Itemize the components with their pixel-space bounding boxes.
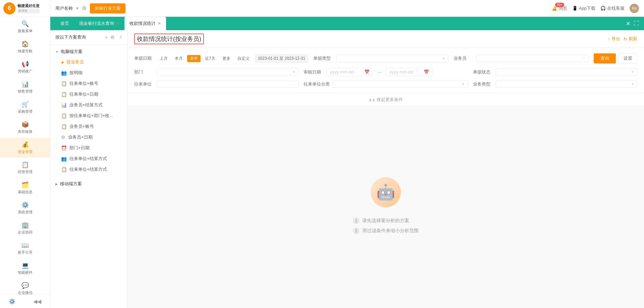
collapse-sidebar-icon[interactable]: ◀◀ xyxy=(33,298,41,305)
collapse-bar[interactable]: ∧∧ 收起更多条件 xyxy=(127,93,644,106)
scheme-item-salesman[interactable]: ● 按业务员 xyxy=(50,57,127,67)
salesman-select[interactable]: ··· xyxy=(476,55,589,62)
topbar-dropdown-icon[interactable]: ▾ xyxy=(76,6,78,11)
scheme-dept-date-icon: ⏰ xyxy=(61,145,67,151)
sidebar-item-search[interactable]: 🔍 搜索菜单 xyxy=(0,17,50,37)
gear-icon: ⚙️ xyxy=(21,201,29,209)
settings-button[interactable]: 设置 xyxy=(619,53,637,64)
sidebar-item-label: 智能硬件 xyxy=(18,270,33,275)
dept-select[interactable]: ▾ xyxy=(157,68,299,76)
sidebar-item-stock[interactable]: 📦 库存核算 xyxy=(0,117,50,138)
date-tab-custom[interactable]: 自定义 xyxy=(235,55,252,62)
mobile-scheme-group-title[interactable]: ▶ 移动端方案 xyxy=(50,179,127,189)
voucher-type-select[interactable]: ▾ xyxy=(336,55,448,62)
sidebar-item-basic[interactable]: 🗂️ 基础信息 xyxy=(0,178,50,198)
collapse-panel-icon[interactable]: 《 xyxy=(117,34,122,40)
scheme-item-unit-dept[interactable]: 📋 按往来单位+部门+收... xyxy=(50,110,127,121)
sidebar-item-wechat[interactable]: 💬 企业微信 xyxy=(0,278,50,295)
scheme-salesman-label: 按业务员 xyxy=(66,59,84,65)
tab-bank[interactable]: 现金银行流水查询 ✕ xyxy=(74,17,124,30)
sidebar-item-corp[interactable]: 🏢 企业协同 xyxy=(0,218,50,238)
biz-type-select[interactable]: ▾ xyxy=(496,80,637,88)
counterpart-type-select[interactable]: ▾ xyxy=(332,80,468,88)
scheme-settings-icon[interactable]: ⚙ xyxy=(110,35,115,40)
mobile-scheme-group: ▶ 移动端方案 xyxy=(50,177,127,191)
filter-biz-type-item: 业务类型 ▾ xyxy=(473,80,637,88)
topbar-online-service[interactable]: 🎧 在线客服 xyxy=(600,5,625,11)
sidebar-item-hardware[interactable]: 💻 智能硬件 xyxy=(0,258,50,278)
pc-scheme-group-title[interactable]: ▼ 电脑端方案 xyxy=(50,47,127,57)
topbar-app-download[interactable]: 📱 App下载 xyxy=(572,5,595,11)
collapse-label: 收起更多条件 xyxy=(377,97,403,103)
settings-footer-icon[interactable]: ⚙️ xyxy=(9,298,15,305)
sidebar-item-guide[interactable]: 📖 新手引导 xyxy=(0,238,50,258)
topbar-messages[interactable]: 🔔 消息 99+ xyxy=(552,5,567,11)
scheme-item-detail[interactable]: 👥 按明细 xyxy=(50,67,127,78)
filter-salesman-item: 业务员 ··· xyxy=(453,55,589,62)
export-button[interactable]: ↑ 导出 xyxy=(608,36,621,42)
review-date-from[interactable]: yyyy-mm-dd 📅 xyxy=(326,68,373,76)
home-icon: 🏠 xyxy=(21,40,29,48)
topbar-avatar[interactable]: Rit xyxy=(630,4,639,13)
scheme-item-salesman-settle[interactable]: 📊 业务员+结算方式 xyxy=(50,100,127,110)
sidebar-nav: 🔍 搜索菜单 🏠 快捷导航 📢 营销推广 📊 销售管理 🛒 采购管理 📦 库存核… xyxy=(0,17,50,295)
pc-scheme-group: ▼ 电脑端方案 ● 按业务员 👥 按明细 📋 往来单位+账号 📋 往来 xyxy=(50,45,127,177)
tab-close-all-button[interactable]: ✕ xyxy=(626,20,630,27)
filter-counterpart-type-item: 往来单位分类 ▾ xyxy=(304,80,468,88)
sidebar-item-sales[interactable]: 📊 销售管理 xyxy=(0,77,50,97)
refresh-button[interactable]: ↻ 刷新 xyxy=(624,36,637,42)
voucher-status-select[interactable]: ▾ xyxy=(496,68,637,76)
date-tab-last7[interactable]: 近7天 xyxy=(202,55,218,62)
date-tab-last-month[interactable]: 上月 xyxy=(157,55,170,62)
tab-receipt[interactable]: 收款情况统计 ✕ xyxy=(124,17,166,30)
review-date-to[interactable]: yyyy-mm-dd 📅 xyxy=(386,68,433,76)
scheme-unit-settle2-icon: 📋 xyxy=(61,167,67,172)
tab-expand-button[interactable]: ⛶ xyxy=(634,20,639,27)
date-tab-this-year[interactable]: 本年 xyxy=(187,55,201,62)
query-button[interactable]: 查询 xyxy=(594,53,616,63)
review-date-to-text: yyyy-mm-dd xyxy=(389,69,422,74)
salesman-label: 业务员 xyxy=(453,55,474,61)
sidebar: 6 畅捷通好生意 标准版 🔍 搜索菜单 🏠 快捷导航 📢 营销推广 📊 销售管理… xyxy=(0,0,50,308)
calendar-from-icon: 📅 xyxy=(364,69,370,74)
tab-receipt-close[interactable]: ✕ xyxy=(158,21,161,26)
scheme-item-salesman-account[interactable]: 📋 业务员+账号 xyxy=(50,121,127,132)
tab-home[interactable]: 首页 xyxy=(55,17,74,30)
dept-label: 部门 xyxy=(134,69,154,75)
sidebar-item-quicknav[interactable]: 🏠 快捷导航 xyxy=(0,37,50,57)
scheme-item-unit-date[interactable]: 📋 往来单位+日期 xyxy=(50,89,127,100)
topbar-cta-button[interactable]: 体验行业方案 xyxy=(90,3,125,13)
right-content: 收款情况统计(按业务员) ↑ 导出 ↻ 刷新 xyxy=(127,30,644,308)
scheme-item-unit-settle1[interactable]: 👥 往来单位+结算方式 xyxy=(50,153,127,164)
refresh-icon: ↻ xyxy=(624,37,627,42)
sidebar-item-purchase[interactable]: 🛒 采购管理 xyxy=(0,97,50,117)
sidebar-item-marketing[interactable]: 📢 营销推广 xyxy=(0,57,50,77)
sidebar-item-system[interactable]: ⚙️ 系统管理 xyxy=(0,198,50,218)
add-scheme-icon[interactable]: + xyxy=(105,35,108,40)
topbar-gear-icon[interactable]: ⚙ xyxy=(82,5,87,11)
scheme-item-dept-date[interactable]: ⏰ 部门+日期 xyxy=(50,143,127,153)
tab-home-label: 首页 xyxy=(60,20,69,27)
counterpart-select[interactable]: ··· xyxy=(157,81,299,88)
date-tab-this-month[interactable]: 本月 xyxy=(172,55,185,62)
tip-num-2: 2 xyxy=(353,227,360,234)
date-label: 单据日期 xyxy=(134,55,154,61)
topbar-left: 用户名称 ▾ ⚙ 体验行业方案 xyxy=(55,3,125,13)
scheme-unit-settle1-label: 往来单位+结算方式 xyxy=(69,156,107,162)
scheme-detail-label: 按明细 xyxy=(69,70,83,76)
scheme-item-unit-account[interactable]: 📋 往来单位+账号 xyxy=(50,78,127,89)
money-icon: 💰 xyxy=(21,141,29,148)
tab-bank-close[interactable]: ✕ xyxy=(116,21,119,26)
empty-tips: 1 请先选择要分析的方案 2 用过滤条件来缩小分析范围 xyxy=(353,217,419,238)
sidebar-item-label: 库存核算 xyxy=(18,129,33,134)
sidebar-item-finance[interactable]: 💰 资金管理 xyxy=(0,138,50,158)
building-icon: 🏢 xyxy=(21,221,29,229)
mobile-icon: 📱 xyxy=(572,6,578,11)
sidebar-item-operation[interactable]: 📋 经营管理 xyxy=(0,158,50,178)
scheme-item-unit-settle2[interactable]: 📋 往来单位+结算方式 xyxy=(50,164,127,175)
salesman-arrow: ··· xyxy=(582,56,585,60)
scheme-item-salesman-date[interactable]: ⚙ 业务员+日期 xyxy=(50,132,127,143)
chat-icon: 💬 xyxy=(21,282,29,289)
left-panel-header: 按以下方案查询 + ⚙ 《 xyxy=(50,30,127,45)
date-tab-more[interactable]: 更多 xyxy=(220,55,233,62)
